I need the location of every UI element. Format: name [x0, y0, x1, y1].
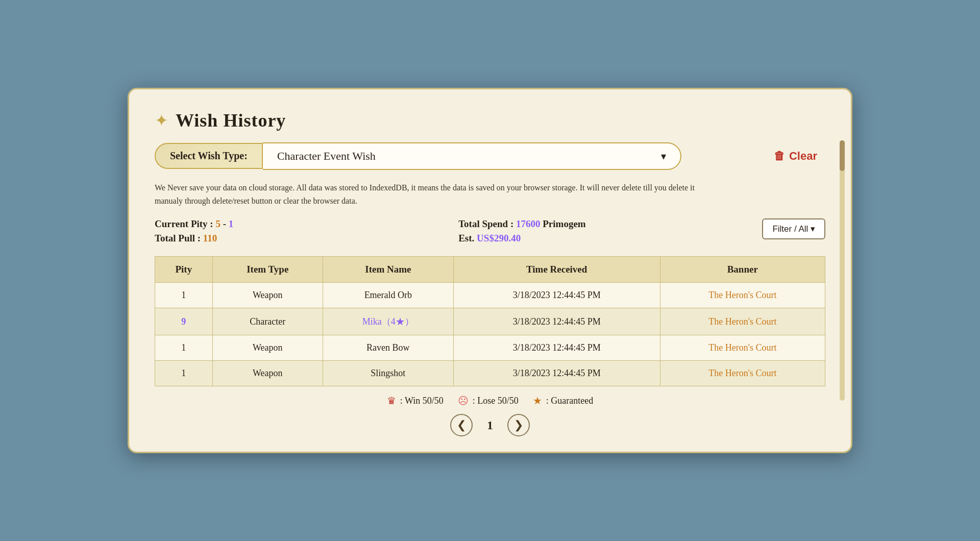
total-spend-val: 17600 [516, 218, 541, 229]
spend-unit: Primogem [543, 218, 585, 229]
lose-label: : Lose 50/50 [473, 396, 519, 406]
cell-pity: 1 [155, 361, 213, 386]
cell-item-type: Character [212, 308, 323, 335]
total-pull-line: Total Pull : 110 [155, 233, 458, 244]
stats-right: Total Spend : 17600 Primogem Est. US$290… [458, 218, 762, 247]
scrollbar-thumb[interactable] [840, 140, 845, 171]
wish-type-dropdown[interactable]: Character Event Wish ▾ [263, 142, 681, 170]
lose-icon: ☹ [458, 395, 469, 407]
stats-row: Current Pity : 5 - 1 Total Pull : 110 To… [155, 218, 825, 247]
legend-guaranteed: ★ : Guaranteed [533, 395, 593, 407]
panel-title-row: ✦ Wish History [155, 110, 825, 131]
total-pull-val: 110 [203, 233, 217, 243]
sparkle-icon: ✦ [155, 111, 168, 130]
current-pity-line: Current Pity : 5 - 1 [155, 218, 458, 230]
cell-pity: 9 [155, 308, 213, 335]
table-row: 9CharacterMika（4★）3/18/2023 12:44:45 PMT… [155, 308, 825, 335]
next-page-button[interactable]: ❯ [507, 414, 530, 436]
chevron-down-icon: ▾ [661, 150, 666, 162]
info-text: We Never save your data on cloud storage… [155, 181, 716, 207]
col-item-type: Item Type [212, 257, 323, 283]
cell-item-type: Weapon [212, 283, 323, 308]
pity-val1: 5 [215, 218, 220, 229]
filter-button[interactable]: Filter / All ▾ [762, 218, 825, 239]
trash-icon: 🗑 [774, 150, 785, 163]
cell-item-type: Weapon [212, 335, 323, 361]
cell-time: 3/18/2023 12:44:45 PM [453, 361, 660, 386]
cell-banner: The Heron's Court [660, 335, 825, 361]
guaranteed-label: : Guaranteed [546, 396, 593, 406]
table-body: 1WeaponEmerald Orb3/18/2023 12:44:45 PMT… [155, 283, 825, 386]
cell-item-type: Weapon [212, 361, 323, 386]
wish-history-panel: ✦ Wish History Select Wish Type: Charact… [128, 88, 852, 453]
legend-lose: ☹ : Lose 50/50 [458, 395, 519, 407]
table-header: Pity Item Type Item Name Time Received B… [155, 257, 825, 283]
scrollbar[interactable] [840, 140, 845, 401]
cell-item-name: Slingshot [323, 361, 453, 386]
clear-label: Clear [789, 150, 817, 163]
cell-item-name: Raven Bow [323, 335, 453, 361]
wish-history-table: Pity Item Type Item Name Time Received B… [155, 256, 825, 386]
pagination: ❮ 1 ❯ [155, 414, 825, 436]
pity-val2: 1 [229, 218, 234, 229]
est-val: US$290.40 [477, 233, 521, 243]
cell-banner: The Heron's Court [660, 308, 825, 335]
guaranteed-icon: ★ [533, 395, 542, 407]
cell-time: 3/18/2023 12:44:45 PM [453, 308, 660, 335]
win-label: : Win 50/50 [400, 396, 444, 406]
table-row: 1WeaponEmerald Orb3/18/2023 12:44:45 PMT… [155, 283, 825, 308]
col-time: Time Received [453, 257, 660, 283]
est-line: Est. US$290.40 [458, 233, 762, 244]
cell-time: 3/18/2023 12:44:45 PM [453, 335, 660, 361]
cell-time: 3/18/2023 12:44:45 PM [453, 283, 660, 308]
prev-page-button[interactable]: ❮ [450, 414, 473, 436]
wish-type-label: Select Wish Type: [155, 143, 263, 169]
cell-banner: The Heron's Court [660, 361, 825, 386]
col-banner: Banner [660, 257, 825, 283]
cell-pity: 1 [155, 283, 213, 308]
cell-banner: The Heron's Court [660, 283, 825, 308]
wish-type-row: Select Wish Type: Character Event Wish ▾… [155, 142, 825, 170]
cell-item-name: Mika（4★） [323, 308, 453, 335]
stats-left: Current Pity : 5 - 1 Total Pull : 110 [155, 218, 458, 247]
col-item-name: Item Name [323, 257, 453, 283]
col-pity: Pity [155, 257, 213, 283]
cell-pity: 1 [155, 335, 213, 361]
page-number: 1 [487, 419, 493, 432]
legend-row: ♛ : Win 50/50 ☹ : Lose 50/50 ★ : Guarant… [155, 395, 825, 407]
total-spend-line: Total Spend : 17600 Primogem [458, 218, 762, 230]
page-title: Wish History [176, 110, 286, 131]
table-row: 1WeaponRaven Bow3/18/2023 12:44:45 PMThe… [155, 335, 825, 361]
wish-type-selected: Character Event Wish [277, 150, 655, 163]
table-row: 1WeaponSlingshot3/18/2023 12:44:45 PMThe… [155, 361, 825, 386]
cell-item-name: Emerald Orb [323, 283, 453, 308]
win-icon: ♛ [387, 395, 396, 407]
clear-button[interactable]: 🗑 Clear [766, 145, 825, 167]
legend-win: ♛ : Win 50/50 [387, 395, 444, 407]
